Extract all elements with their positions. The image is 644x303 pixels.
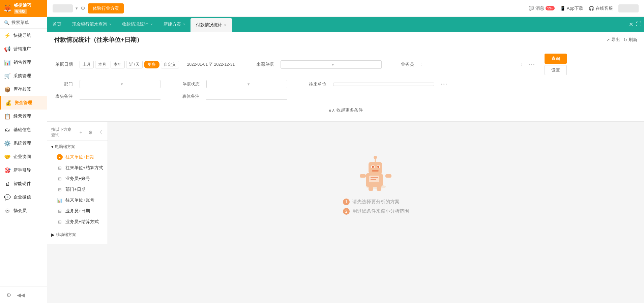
svg-rect-11 [385, 174, 391, 178]
scheme-settings-icon[interactable]: ⚙ [87, 129, 94, 136]
related-unit-dots[interactable]: ··· [441, 81, 447, 87]
query-button[interactable]: 查询 [545, 54, 567, 64]
messages-badge: 99+ [546, 6, 555, 10]
search-menu[interactable]: 🔍 搜索菜单 [0, 17, 47, 29]
tab-bank-flow-close[interactable]: × [109, 22, 111, 26]
sidebar-item-label: 采购管理 [13, 73, 31, 79]
main-content: ▾ ⚙ 体验行业方案 💬 消息 99+ 📱 App下载 🎧 在线客服 首页 [47, 0, 644, 303]
refresh-icon: ↻ [623, 37, 627, 42]
empty-tips: 1 请先选择要分析的方案 2 用过滤条件来缩小分析范围 [343, 199, 409, 215]
scheme-item-unit-account[interactable]: 📊 往来单位+账号 [47, 195, 108, 206]
settings-button[interactable]: 设置 [545, 65, 567, 75]
header-dropdown-arrow[interactable]: ▾ [76, 6, 78, 11]
scheme-item-salesperson-account[interactable]: ⊞ 业务员+账号 [47, 173, 108, 184]
sidebar-item-basic-info[interactable]: 🗂 基础信息 [0, 123, 47, 137]
header-remark-input[interactable] [80, 93, 160, 100]
hardware-icon: 🖨 [4, 180, 11, 187]
tip-1-text: 请先选择要分析的方案 [352, 199, 400, 205]
sidebar-item-inventory[interactable]: 📦 库存核算 [0, 83, 47, 96]
sidebar-item-purchase[interactable]: 🛒 采购管理 [0, 69, 47, 83]
salesperson-dots[interactable]: ··· [529, 61, 535, 67]
scheme-item-unit-date-label: 往来单位+日期 [65, 154, 94, 160]
sidebar-item-capital[interactable]: 💰 资金管理 [0, 96, 47, 110]
add-scheme-button[interactable]: ＋ [77, 129, 85, 136]
svg-rect-12 [369, 187, 373, 191]
sidebar-item-label: 系统管理 [13, 140, 31, 146]
sidebar-item-vip[interactable]: ♾ 畅会员 [0, 204, 47, 217]
this-year-btn[interactable]: 本年 [111, 61, 125, 68]
app-download-action[interactable]: 📱 App下载 [560, 5, 583, 11]
svg-point-6 [377, 166, 379, 168]
custom-btn[interactable]: 自定义 [161, 61, 179, 68]
tab-payment-stats[interactable]: 付款情况统计 × [191, 18, 232, 32]
unit-settlement-icon: ⊞ [57, 165, 63, 171]
body-remark-input[interactable] [206, 93, 287, 100]
sidebar-item-hardware[interactable]: 🖨 智能硬件 [0, 177, 47, 190]
export-button[interactable]: ↗ 导出 [606, 37, 620, 43]
tab-payment-stats-close[interactable]: × [224, 23, 226, 27]
user-avatar[interactable] [618, 4, 639, 12]
tab-receipt-stats[interactable]: 收款情况统计 × [117, 17, 158, 32]
system-icon: ⚙️ [4, 140, 11, 147]
scheme-item-unit-account-label: 往来单位+账号 [65, 197, 94, 203]
sidebar-collapse-icon[interactable]: ◀◀ [16, 290, 26, 300]
sidebar-item-quick-nav[interactable]: ⚡ 快捷导航 [0, 29, 47, 42]
scheme-group-mobile-header[interactable]: ▶ 移动端方案 [47, 230, 108, 240]
empty-tip-1: 1 请先选择要分析的方案 [343, 199, 409, 205]
refresh-button[interactable]: ↻ 刷新 [623, 37, 637, 43]
more-btn[interactable]: 更多 [144, 61, 159, 68]
tab-new-plan-label: 新建方案 [164, 21, 181, 27]
expand-icon[interactable]: ⛶ [636, 21, 641, 27]
related-unit-select[interactable] [333, 83, 434, 86]
scheme-item-unit-settlement-label: 往来单位+结算方式 [65, 165, 103, 171]
this-month-btn[interactable]: 本月 [95, 61, 109, 68]
last-7-days-btn[interactable]: 近7天 [126, 61, 143, 68]
company-name-placeholder [53, 4, 73, 12]
inventory-icon: 📦 [4, 86, 11, 93]
scheme-item-unit-settlement[interactable]: ⊞ 往来单位+结算方式 [47, 162, 108, 173]
unit-account-icon: 📊 [57, 197, 63, 203]
scheme-item-salesperson-settlement[interactable]: ⊞ 业务员+结算方式 [47, 216, 108, 227]
settings-gear-icon[interactable]: ⚙ [4, 290, 13, 300]
last-month-btn[interactable]: 上月 [80, 61, 94, 68]
svg-rect-14 [369, 176, 379, 182]
sidebar-item-marketing[interactable]: 📢 营销推广 [0, 42, 47, 56]
sidebar-item-system[interactable]: ⚙️ 系统管理 [0, 137, 47, 150]
sidebar-item-guide[interactable]: 🎯 新手引导 [0, 163, 47, 177]
tab-receipt-stats-close[interactable]: × [150, 22, 152, 26]
sidebar-item-label: 库存核算 [13, 86, 31, 92]
scheme-group-desktop-header[interactable]: ▾ 电脑端方案 [47, 142, 108, 152]
scheme-item-dept-date[interactable]: ⊞ 部门+日期 [47, 184, 108, 195]
dept-select[interactable]: ▾ [80, 80, 160, 88]
export-label: 导出 [611, 37, 620, 43]
business-icon: 📋 [4, 113, 11, 120]
tab-new-plan-close[interactable]: × [183, 22, 185, 26]
trial-button[interactable]: 体验行业方案 [88, 3, 124, 13]
header-gear-icon[interactable]: ⚙ [81, 5, 85, 11]
tab-receipt-stats-label: 收款情况统计 [122, 21, 148, 27]
logo-text: 畅捷通巧 [14, 3, 31, 8]
messages-action[interactable]: 💬 消息 99+ [529, 5, 555, 11]
collapse-button[interactable]: ∧∧ 收起更多条件 [328, 107, 363, 113]
header-left: ▾ ⚙ 体验行业方案 [53, 3, 124, 13]
page-title: 付款情况统计（往来单位+日期） [54, 36, 143, 44]
sidebar-item-wechat[interactable]: 💬 企业微信 [0, 190, 47, 204]
doc-status-arrow: ▾ [247, 82, 284, 87]
basic-info-icon: 🗂 [4, 126, 11, 133]
sidebar-item-business[interactable]: 📋 经营管理 [0, 110, 47, 123]
salesperson-select[interactable] [421, 63, 522, 66]
collapse-scheme-icon[interactable]: 《 [96, 129, 104, 136]
tab-new-plan[interactable]: 新建方案 × [158, 17, 191, 32]
sidebar-item-enterprise[interactable]: 🤝 企业协同 [0, 150, 47, 163]
app-download-label: App下载 [567, 5, 583, 11]
scheme-item-unit-date[interactable]: ● 往来单位+日期 [47, 152, 108, 162]
tab-home[interactable]: 首页 [47, 17, 67, 32]
tab-bank-flow[interactable]: 现金银行流水查询 × [67, 17, 117, 32]
sidebar-item-sales[interactable]: 📊 销售管理 [0, 56, 47, 69]
sidebar: 🦊 畅捷通巧 标准版 🔍 搜索菜单 ⚡ 快捷导航 📢 营销推广 📊 销售管理 🛒… [0, 0, 47, 303]
online-service-action[interactable]: 🎧 在线客服 [589, 5, 613, 11]
doc-status-select[interactable]: ▾ [206, 80, 287, 88]
close-all-tabs-icon[interactable]: ✕ [629, 21, 633, 28]
source-doc-select[interactable]: ▾ [281, 60, 382, 69]
scheme-item-salesperson-date[interactable]: ⊞ 业务员+日期 [47, 206, 108, 216]
